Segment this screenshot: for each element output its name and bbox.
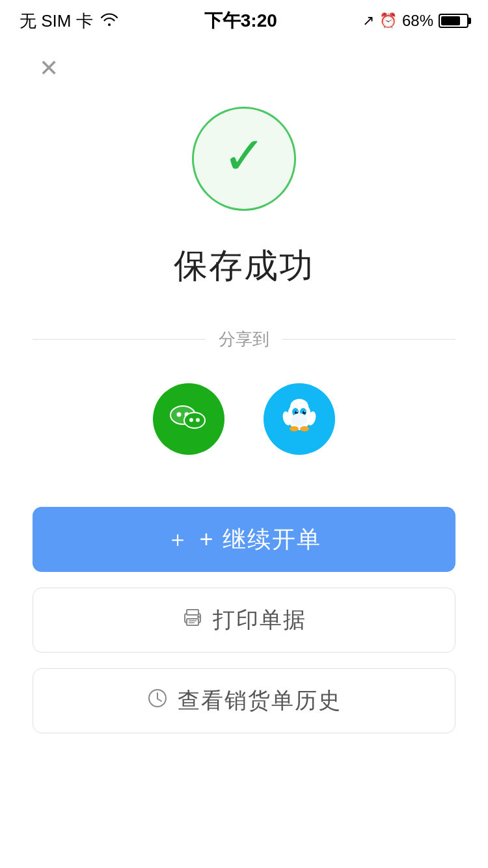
success-circle: ✓ [192, 107, 296, 211]
checkmark-icon: ✓ [223, 130, 266, 182]
status-bar: 无 SIM 卡 下午3:20 ↗ ⏰ 68% [0, 0, 488, 42]
location-icon: ↗ [362, 12, 374, 29]
print-label: 打印单据 [213, 605, 306, 635]
history-label: 查看销货单历史 [178, 686, 342, 716]
history-button[interactable]: 查看销货单历史 [33, 668, 455, 733]
svg-point-7 [196, 418, 200, 422]
battery-fill [441, 16, 460, 25]
share-divider: 分享到 [33, 328, 455, 351]
svg-point-19 [300, 426, 309, 431]
svg-point-5 [184, 413, 205, 428]
svg-point-17 [291, 413, 307, 426]
plus-icon: ＋ [167, 524, 190, 554]
svg-point-6 [189, 418, 193, 422]
continue-order-label: + 继续开单 [199, 524, 321, 556]
battery-percent: 68% [402, 12, 433, 30]
print-button[interactable]: 打印单据 [33, 588, 455, 653]
status-right: ↗ ⏰ 68% [362, 12, 468, 30]
history-icon [146, 687, 169, 714]
svg-rect-23 [187, 610, 198, 615]
status-carrier: 无 SIM 卡 [20, 10, 119, 33]
divider-right [282, 339, 455, 340]
share-label: 分享到 [219, 328, 269, 351]
svg-point-2 [177, 413, 182, 417]
status-time: 下午3:20 [204, 8, 277, 33]
battery-bar [439, 14, 468, 28]
close-button[interactable]: ✕ [33, 52, 65, 85]
success-title: 保存成功 [174, 243, 314, 289]
wifi-icon [100, 12, 119, 30]
printer-icon [182, 607, 204, 633]
alarm-icon: ⏰ [379, 12, 397, 29]
carrier-text: 无 SIM 卡 [20, 10, 93, 33]
svg-point-18 [290, 426, 299, 431]
qq-share-button[interactable] [264, 383, 335, 455]
main-content: ✓ 保存成功 分享到 [0, 42, 488, 733]
continue-order-button[interactable]: ＋ + 继续开单 [33, 507, 455, 572]
svg-point-15 [305, 411, 306, 413]
close-icon: ✕ [39, 57, 59, 80]
svg-point-27 [197, 616, 200, 618]
share-icons [153, 383, 335, 455]
divider-left [33, 339, 206, 340]
svg-rect-24 [187, 619, 198, 625]
action-buttons: ＋ + 继续开单 打印单据 [33, 507, 455, 733]
wechat-share-button[interactable] [153, 383, 224, 455]
svg-point-14 [297, 411, 298, 413]
